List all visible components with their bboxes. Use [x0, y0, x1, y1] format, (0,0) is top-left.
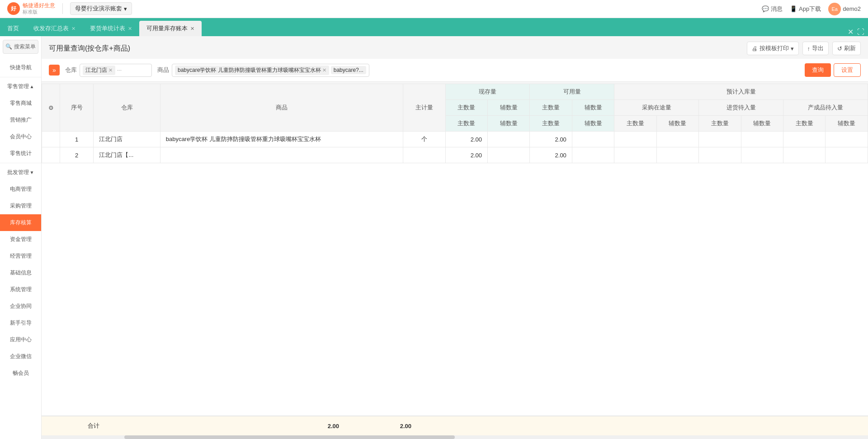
product-tag-area[interactable]: babycare学饮杯 儿童防摔防撞吸管杯重力球吸嘴杯宝宝水杯 ✕ babyca… — [172, 64, 369, 77]
refresh-label: 刷新 — [844, 44, 856, 52]
tab-receipt-summary[interactable]: 收发存汇总表 ✕ — [26, 21, 83, 36]
expand-icon: » — [52, 66, 56, 74]
sidebar-item-ecommerce[interactable]: 电商管理 — [0, 181, 41, 198]
th-purchase-main: 主数量 — [614, 116, 656, 132]
close-tab-icon[interactable]: ✕ — [848, 28, 854, 36]
sidebar-item-retail-shop-label: 零售商城 — [10, 99, 32, 107]
logo-sub: 标准版 — [23, 9, 55, 15]
sidebar-item-retail-label: 零售管理 — [7, 83, 29, 90]
sidebar-item-inventory[interactable]: 库存核算 — [0, 214, 41, 231]
tab-order-stats[interactable]: 要货单统计表 ✕ — [83, 21, 139, 36]
message-label: 消息 — [771, 5, 783, 13]
message-button[interactable]: 💬 消息 — [762, 5, 783, 13]
cell-production-main — [783, 132, 826, 147]
warehouse-tag-area[interactable]: 江北门店 ✕ ··· — [80, 64, 152, 77]
cell-production-aux — [826, 147, 868, 163]
tab-receipt-close-icon[interactable]: ✕ — [71, 26, 75, 32]
search-label: 搜索菜单 — [14, 43, 36, 50]
cell-warehouse: 江北门店 — [94, 132, 160, 147]
sidebar-item-basic[interactable]: 基础信息 — [0, 264, 41, 281]
sidebar-item-member[interactable]: 会员中心 — [0, 128, 41, 145]
tab-available-stock[interactable]: 可用量库存账本 ✕ — [139, 21, 202, 36]
print-button[interactable]: 🖨 按模板打印 ▾ — [747, 42, 799, 55]
cell-product — [160, 147, 403, 163]
warehouse-more-icon[interactable]: ··· — [117, 67, 122, 73]
sidebar-item-marketing[interactable]: 营销推广 — [0, 112, 41, 128]
export-button[interactable]: ↑ 导出 — [802, 42, 829, 55]
sidebar-item-enterprise-label: 企业协同 — [10, 302, 32, 310]
tab-order-close-icon[interactable]: ✕ — [128, 26, 132, 32]
divider-1 — [0, 77, 41, 77]
sidebar-item-newbie-label: 新手引导 — [10, 319, 32, 327]
scroll-thumb[interactable] — [124, 435, 455, 439]
sidebar-item-wecom[interactable]: 企业微信 — [0, 348, 41, 365]
sidebar-item-operations[interactable]: 经营管理 — [0, 248, 41, 264]
th-stock-main: 主数量 — [445, 100, 487, 116]
search-menu-button[interactable]: 🔍 搜索菜单 — [3, 40, 38, 54]
footer-spacer-unit — [272, 424, 308, 428]
sidebar-item-retail-stats[interactable]: 零售统计 — [0, 145, 41, 162]
page-header: 可用量查询(按仓库+商品) 🖨 按模板打印 ▾ ↑ 导出 ↺ 刷新 — [42, 36, 868, 59]
sidebar-item-operations-label: 经营管理 — [10, 252, 32, 260]
cell-available-main: 2.00 — [530, 132, 572, 147]
th-gear[interactable]: ⚙ — [42, 84, 60, 132]
app-icon: 📱 — [790, 5, 797, 12]
divider — [62, 3, 63, 14]
th-seq: 序号 — [60, 84, 94, 132]
refresh-button[interactable]: ↺ 刷新 — [832, 42, 861, 55]
warehouse-tag-close-icon[interactable]: ✕ — [108, 67, 113, 73]
industry-selector[interactable]: 母婴行业演示账套 ▾ — [70, 2, 132, 15]
th-production-aux: 辅数量 — [826, 116, 868, 132]
warehouse-filter: 仓库 江北门店 ✕ ··· — [65, 64, 152, 77]
print-icon: 🖨 — [752, 45, 758, 52]
sidebar-item-finance[interactable]: 资金管理 — [0, 231, 41, 248]
sidebar-item-retail-shop[interactable]: 零售商城 — [0, 95, 41, 112]
cell-unit — [403, 147, 445, 163]
sidebar-item-wholesale[interactable]: 批发管理 ▼ — [0, 164, 41, 181]
product-tag-1: babycare学饮杯 儿童防摔防撞吸管杯重力球吸嘴杯宝宝水杯 ✕ — [175, 66, 329, 75]
query-button[interactable]: 查询 — [805, 63, 831, 77]
sidebar-item-system-label: 系统管理 — [10, 286, 32, 293]
sidebar-item-purchase[interactable]: 采购管理 — [0, 198, 41, 214]
sidebar-item-app-center[interactable]: 应用中心 — [0, 331, 41, 348]
product-tag-2-text: babycare?... — [334, 67, 363, 73]
cell-incoming-main — [699, 147, 741, 163]
sidebar-item-vip-label: 畅会员 — [13, 369, 29, 377]
cell-purchase-main — [614, 147, 656, 163]
app-download-button[interactable]: 📱 App下载 — [790, 5, 821, 13]
th-production-group: 产成品待入量 — [783, 100, 868, 116]
sidebar-item-vip[interactable]: 畅会员 — [0, 365, 41, 382]
sidebar-item-quick-nav[interactable]: 快捷导航 — [0, 59, 41, 76]
bottom-scrollbar[interactable] — [42, 435, 868, 439]
print-label: 按模板打印 — [760, 44, 789, 52]
page-actions: 🖨 按模板打印 ▾ ↑ 导出 ↺ 刷新 — [747, 42, 861, 55]
sidebar-item-enterprise[interactable]: 企业协同 — [0, 298, 41, 315]
cell-seq: 1 — [60, 132, 94, 147]
th-stock-aux: 辅数量 — [487, 100, 529, 116]
logo-area: 好 畅捷通好生意 标准版 — [7, 2, 55, 15]
expand-filter-button[interactable]: » — [49, 65, 60, 76]
chevron-print-icon: ▾ — [791, 45, 794, 52]
user-menu[interactable]: Ea demo2 — [828, 3, 861, 15]
export-icon: ↑ — [807, 45, 811, 52]
page-title: 可用量查询(按仓库+商品) — [49, 44, 130, 53]
sidebar-item-ecommerce-label: 电商管理 — [10, 185, 32, 193]
tab-home[interactable]: 首页 — [0, 21, 26, 36]
tab-available-close-icon[interactable]: ✕ — [190, 26, 194, 32]
maximize-icon[interactable]: ⛶ — [857, 28, 864, 36]
th-available-main-2: 主数量 — [530, 116, 572, 132]
setting-button[interactable]: 设置 — [834, 63, 861, 77]
footer-stock-aux — [344, 424, 381, 428]
logo-icon: 好 — [7, 2, 20, 15]
cell-available-main: 2.00 — [530, 147, 572, 163]
top-bar: 好 畅捷通好生意 标准版 母婴行业演示账套 ▾ 💬 消息 📱 App下载 Ea … — [0, 0, 868, 18]
sidebar-item-retail[interactable]: 零售管理 ▲ — [0, 78, 41, 95]
tab-bar: 首页 收发存汇总表 ✕ 要货单统计表 ✕ 可用量库存账本 ✕ ✕ ⛶ — [0, 18, 868, 36]
footer-spacer-gear — [42, 424, 60, 428]
th-available-aux: 辅数量 — [572, 100, 614, 116]
sidebar-item-newbie[interactable]: 新手引导 — [0, 315, 41, 331]
sidebar-item-marketing-label: 营销推广 — [10, 116, 32, 124]
cell-production-aux — [826, 132, 868, 147]
product-tag-1-close-icon[interactable]: ✕ — [322, 67, 326, 73]
sidebar-item-system[interactable]: 系统管理 — [0, 281, 41, 298]
